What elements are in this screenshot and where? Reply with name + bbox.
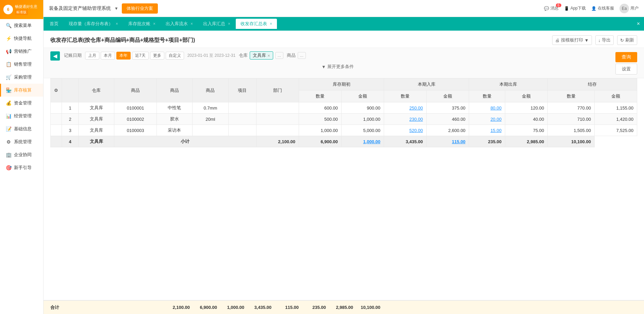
row-in-qty[interactable]: 520.00 <box>384 125 427 136</box>
tab-close-inventory-dist[interactable]: × <box>116 22 118 26</box>
tab-in-out-flow[interactable]: 出入库流水× <box>161 19 198 29</box>
user-btn[interactable]: Ea 用户 <box>620 4 639 13</box>
tab-batch-accounts[interactable]: 库存批次账× <box>123 19 160 29</box>
expand-more-btn[interactable]: ▼ 展开更多条件 <box>64 62 611 72</box>
subtotal-bal-qty: 2,985.00 <box>505 136 548 147</box>
row-in-qty[interactable]: 230.00 <box>384 114 427 125</box>
col-settings-header[interactable]: ⚙ <box>51 79 62 102</box>
row-out-qty[interactable]: 20.00 <box>469 114 505 125</box>
tab-close-batch-accounts[interactable]: × <box>153 22 155 26</box>
sidebar-item-guide[interactable]: 🎯新手引导 <box>0 161 43 174</box>
subtotal-num: 4 <box>62 136 79 147</box>
col-open-qty-header: 数量 <box>299 90 341 102</box>
refresh-icon: ↻ <box>620 38 624 43</box>
warehouse-ellipsis[interactable]: ... <box>275 52 283 59</box>
date-btn-本年[interactable]: 本年 <box>116 52 131 60</box>
system-icon: ⚙ <box>6 139 11 145</box>
sidebar-item-sales[interactable]: 📋销售管理 <box>0 58 43 71</box>
row-open-amt: 1,000.00 <box>342 114 384 125</box>
row-out-amt: 40.00 <box>505 114 548 125</box>
col-project-header: 项目 <box>228 79 256 102</box>
export-btn[interactable]: ↓ 导出 <box>595 35 614 45</box>
tab-close-in-out-summary[interactable]: × <box>228 22 230 26</box>
online-service-btn[interactable]: 👤 在线客服 <box>591 5 614 11</box>
sidebar-item-quick-nav[interactable]: ⚡快捷导航 <box>0 32 43 45</box>
tab-inventory-dist[interactable]: 现存量（库存分布表）× <box>64 19 123 29</box>
message-btn[interactable]: 💬 消息 6 <box>544 5 559 11</box>
row-settings[interactable] <box>51 102 62 114</box>
tab-close-recv-send-summary[interactable]: × <box>270 22 272 26</box>
sidebar-item-inventory[interactable]: 🏪库存核算 <box>0 84 43 97</box>
settings-btn[interactable]: 设置 <box>615 64 637 75</box>
data-table: ⚙ 仓库 商品 商品 商品 项目 部门 库存期初 本期入库 本期出库 结存 <box>50 78 637 147</box>
row-settings[interactable] <box>51 125 62 136</box>
warehouse-tag-close[interactable]: × <box>267 53 270 58</box>
product-ellipsis[interactable]: ... <box>298 52 306 59</box>
row-open-amt: 5,000.00 <box>342 125 384 136</box>
date-btn-近7天[interactable]: 近7天 <box>132 52 149 60</box>
row-out-amt: 120.00 <box>505 102 548 114</box>
date-btn-上月[interactable]: 上月 <box>85 52 99 60</box>
subtotal-bal-amt: 10,100.00 <box>548 136 595 147</box>
sidebar-item-purchase[interactable]: 🛒采购管理 <box>0 71 43 84</box>
print-btn[interactable]: 🖨 按模板打印 ▼ <box>552 35 592 45</box>
sidebar-item-label: 新手引导 <box>14 165 32 171</box>
tab-close-in-out-flow[interactable]: × <box>191 22 193 26</box>
filter-area: ◀ 记账日期 上月本月本年近7天更多自定义 2023-01-01 至 2023-… <box>44 48 644 78</box>
header-left: 装备及固定资产辅助管理系统 ▼ 体验行业方案 <box>49 3 158 14</box>
sidebar-item-system[interactable]: ⚙系统管理 <box>0 135 43 148</box>
subtotal-in-qty[interactable]: 1,000.00 <box>342 136 384 147</box>
refresh-btn[interactable]: ↻ 刷新 <box>617 35 637 45</box>
tab-home[interactable]: 首页 <box>45 19 63 29</box>
date-btn-自定义[interactable]: 自定义 <box>166 52 184 60</box>
footer-numbers: 2,100.00 6,900.00 1,000.00 3,435.00 115.… <box>166 303 637 311</box>
row-name: 采访本 <box>157 125 193 136</box>
sidebar-menu: 🔍搜索菜单⚡快捷导航📢营销推广📋销售管理🛒采购管理🏪库存核算💰资金管理📊经营管理… <box>0 19 43 314</box>
window-close-btn[interactable]: × <box>634 19 643 28</box>
row-num: 1 <box>62 102 79 114</box>
tab-label-inventory-dist: 现存量（库存分布表） <box>69 21 113 27</box>
quick-nav-icon: ⚡ <box>6 36 11 41</box>
sidebar-item-finance[interactable]: 💰资金管理 <box>0 97 43 110</box>
inventory-icon: 🏪 <box>6 87 11 93</box>
sidebar-item-label: 搜索菜单 <box>14 22 32 29</box>
sidebar-item-marketing[interactable]: 📢营销推广 <box>0 45 43 58</box>
row-in-qty[interactable]: 250.00 <box>384 102 427 114</box>
system-dropdown[interactable]: ▼ <box>114 6 118 11</box>
sidebar-item-label: 资金管理 <box>14 100 32 106</box>
col-code-header: 商品 <box>114 79 157 102</box>
row-spec: 20ml <box>192 114 228 125</box>
date-btns: 上月本月本年近7天更多自定义 <box>85 52 184 60</box>
row-bal-amt: 7,525.00 <box>594 125 637 136</box>
sidebar-item-label: 经营管理 <box>14 113 32 119</box>
date-btn-本月[interactable]: 本月 <box>101 52 115 60</box>
subtotal-row: 4 文具库 小计 2,100.00 6,900.00 1,000.00 3,43… <box>51 136 637 147</box>
sidebar-item-operations[interactable]: 📊经营管理 <box>0 110 43 122</box>
sidebar-item-search[interactable]: 🔍搜索菜单 <box>0 19 43 32</box>
col-name-header: 商品 <box>157 79 193 102</box>
tab-recv-send-summary[interactable]: 收发存汇总表× <box>236 19 277 29</box>
sales-icon: 📋 <box>6 62 11 67</box>
filter-toggle-btn[interactable]: ◀ <box>50 51 60 61</box>
row-settings[interactable] <box>51 114 62 125</box>
experience-btn[interactable]: 体验行业方案 <box>122 3 158 14</box>
sidebar-item-basic-info[interactable]: 📝基础信息 <box>0 122 43 135</box>
date-btn-更多[interactable]: 更多 <box>150 52 164 60</box>
row-name: 中性笔 <box>157 102 193 114</box>
tab-in-out-summary[interactable]: 出入库汇总× <box>198 19 235 29</box>
row-out-qty[interactable]: 15.00 <box>469 125 505 136</box>
subtotal-out-qty[interactable]: 115.00 <box>427 136 469 147</box>
sidebar-item-enterprise[interactable]: 🏢企业协同 <box>0 148 43 161</box>
query-btn[interactable]: 查询 <box>615 52 637 62</box>
row-bal-qty: 1,505.00 <box>548 125 595 136</box>
row-bal-qty: 710.00 <box>548 114 595 125</box>
col-in-amt-header: 金额 <box>427 90 469 102</box>
expand-label: 展开更多条件 <box>327 64 354 70</box>
col-warehouse-header: 仓库 <box>79 79 114 102</box>
row-out-amt: 75.00 <box>505 125 548 136</box>
top-header: 装备及固定资产辅助管理系统 ▼ 体验行业方案 💬 消息 6 📱 App下载 👤 … <box>44 0 644 17</box>
app-download-btn[interactable]: 📱 App下载 <box>564 5 586 11</box>
row-out-qty[interactable]: 80.00 <box>469 102 505 114</box>
row-open-amt: 900.00 <box>342 102 384 114</box>
footer-bal-qty: 2,985.00 <box>329 303 357 311</box>
